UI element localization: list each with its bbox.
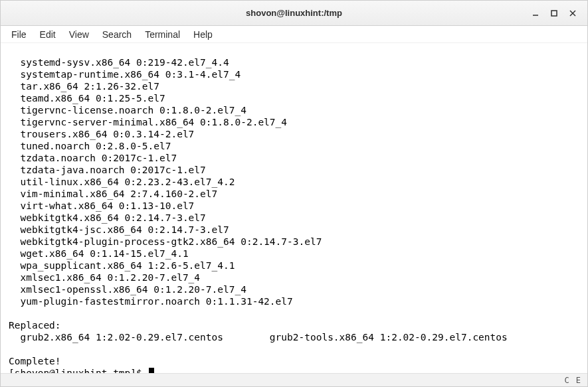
- replaced-line: grub2.x86_64 1:2.02-0.29.el7.centos grub…: [9, 332, 508, 343]
- minimize-icon: [532, 9, 539, 17]
- cursor: [149, 368, 154, 373]
- status-c: C: [565, 376, 569, 385]
- minimize-button[interactable]: [526, 5, 545, 22]
- menu-edit[interactable]: Edit: [33, 27, 62, 42]
- terminal-window: shovon@linuxhint:/tmp File Edit View Sea…: [0, 0, 588, 387]
- package-list: systemd-sysv.x86_64 0:219-42.el7_4.4 sys…: [9, 57, 322, 307]
- svg-rect-1: [551, 11, 557, 16]
- terminal-output[interactable]: systemd-sysv.x86_64 0:219-42.el7_4.4 sys…: [1, 43, 587, 373]
- menu-terminal[interactable]: Terminal: [138, 27, 187, 42]
- maximize-button[interactable]: [545, 5, 563, 22]
- window-controls: [526, 1, 582, 25]
- menu-help[interactable]: Help: [187, 27, 219, 42]
- menu-view[interactable]: View: [62, 27, 96, 42]
- shell-prompt: [shovon@linuxhint tmp]$: [9, 368, 148, 373]
- maximize-icon: [550, 9, 558, 17]
- close-button[interactable]: [563, 5, 582, 22]
- close-icon: [569, 9, 577, 17]
- complete-line: Complete!: [9, 356, 61, 366]
- menubar: File Edit View Search Terminal Help: [1, 26, 587, 43]
- menu-search[interactable]: Search: [96, 27, 138, 42]
- titlebar: shovon@linuxhint:/tmp: [1, 1, 587, 26]
- replaced-header: Replaced:: [9, 320, 61, 331]
- window-title: shovon@linuxhint:/tmp: [246, 8, 342, 18]
- statusbar: C E: [1, 373, 587, 386]
- status-e: E: [576, 376, 581, 385]
- menu-file[interactable]: File: [5, 27, 33, 42]
